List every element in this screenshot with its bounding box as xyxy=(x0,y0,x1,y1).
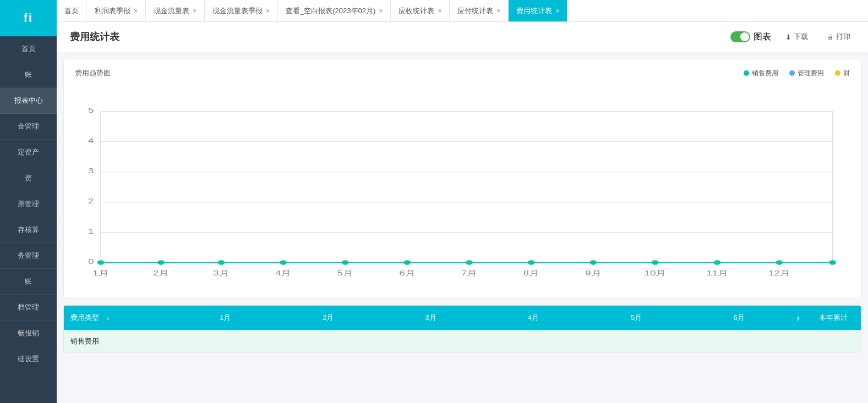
print-icon: 🖨 xyxy=(827,33,834,41)
svg-point-19 xyxy=(466,260,473,264)
th-month-3: 3月 xyxy=(379,313,482,323)
close-icon[interactable]: × xyxy=(555,7,559,15)
close-icon[interactable]: × xyxy=(496,7,500,15)
th-nav-prev[interactable]: ‹ xyxy=(107,314,109,322)
th-type: 费用类型 ‹ xyxy=(64,313,174,323)
svg-text:5月: 5月 xyxy=(337,269,353,277)
legend-dot-sales xyxy=(744,70,749,76)
svg-point-20 xyxy=(528,260,535,264)
main-area: 首页 利润表季报 × 现金流量表 × 现金流量表季报 × 查看_空白报表(202… xyxy=(57,0,868,403)
tab-home-label: 首页 xyxy=(64,6,79,16)
sidebar-item-account[interactable]: 账 xyxy=(0,269,57,295)
tab-label: 现金流量表季报 xyxy=(212,6,263,16)
svg-point-24 xyxy=(776,260,783,264)
close-icon[interactable]: × xyxy=(379,7,383,15)
tab-cashflow-quarterly[interactable]: 现金流量表季报 × xyxy=(205,0,278,22)
sidebar-item-finance[interactable]: 金管理 xyxy=(0,114,57,140)
th-nav-next[interactable]: › xyxy=(790,312,806,324)
svg-text:4: 4 xyxy=(88,136,94,144)
svg-text:10月: 10月 xyxy=(645,269,667,277)
print-label: 打印 xyxy=(836,32,850,42)
svg-text:4月: 4月 xyxy=(275,269,291,277)
print-button[interactable]: 🖨 打印 xyxy=(822,30,855,44)
tab-receivable[interactable]: 应收统计表 × xyxy=(391,0,450,22)
svg-text:2: 2 xyxy=(88,197,94,205)
tab-label: 查看_空白报表(2023年02月) xyxy=(286,6,375,16)
tab-expense[interactable]: 费用统计表 × xyxy=(509,0,567,22)
chart-legend: 销售费用 管理费用 财 xyxy=(744,69,850,78)
legend-finance: 财 xyxy=(835,69,850,78)
svg-text:1月: 1月 xyxy=(92,269,108,277)
sidebar-item-invoices[interactable]: 票管理 xyxy=(0,191,57,217)
chart-section: 费用趋势图 销售费用 管理费用 财 xyxy=(63,59,861,299)
sidebar-item-ledger[interactable]: 账 xyxy=(0,62,57,88)
svg-point-18 xyxy=(404,260,411,264)
svg-text:11月: 11月 xyxy=(706,269,728,277)
svg-text:0: 0 xyxy=(88,257,94,265)
sidebar-item-reports[interactable]: 报表中心 xyxy=(0,88,57,114)
tab-label: 现金流量表 xyxy=(154,6,189,16)
sidebar-logo: fi xyxy=(0,0,57,36)
chart-toggle-label: 图表 xyxy=(754,31,771,43)
svg-point-22 xyxy=(652,260,659,264)
close-icon[interactable]: × xyxy=(134,7,138,15)
svg-text:7月: 7月 xyxy=(461,269,477,277)
sidebar-item-home[interactable]: 首页 xyxy=(0,36,57,62)
svg-text:1: 1 xyxy=(88,227,94,235)
sidebar-item-affairs[interactable]: 务管理 xyxy=(0,243,57,269)
svg-text:12月: 12月 xyxy=(768,269,790,277)
svg-point-14 xyxy=(157,260,165,264)
tab-cashflow[interactable]: 现金流量表 × xyxy=(146,0,205,22)
svg-rect-12 xyxy=(101,112,833,263)
tab-payable[interactable]: 应付统计表 × xyxy=(450,0,509,22)
svg-text:8月: 8月 xyxy=(523,269,539,277)
expense-table: 费用类型 ‹ 1月 2月 3月 4月 5月 6月 › 本年累计 销售费用 xyxy=(63,305,861,352)
svg-text:6月: 6月 xyxy=(399,269,415,277)
th-month-1: 1月 xyxy=(174,313,277,323)
tab-blank-report[interactable]: 查看_空白报表(2023年02月) × xyxy=(278,0,391,22)
tab-bar: 首页 利润表季报 × 现金流量表 × 现金流量表季报 × 查看_空白报表(202… xyxy=(57,0,868,22)
sidebar-item-inventory[interactable]: 存核算 xyxy=(0,217,57,243)
legend-sales-label: 销售费用 xyxy=(752,69,778,78)
svg-point-15 xyxy=(218,260,225,264)
page-title: 费用统计表 xyxy=(70,30,119,43)
table-header-row: 费用类型 ‹ 1月 2月 3月 4月 5月 6月 › 本年累计 xyxy=(64,306,861,330)
legend-admin-label: 管理费用 xyxy=(798,69,824,78)
sidebar-item-reimbursement[interactable]: 畅报销 xyxy=(0,321,57,346)
tab-label: 应收统计表 xyxy=(398,6,434,16)
th-cumul: 本年累计 xyxy=(806,313,861,323)
close-icon[interactable]: × xyxy=(438,7,441,15)
sidebar-item-assets[interactable]: 定资产 xyxy=(0,140,57,165)
line-chart-svg: 0 1 2 3 4 5 xyxy=(75,84,850,287)
tab-label: 费用统计表 xyxy=(516,6,552,16)
chart-title: 费用趋势图 xyxy=(75,68,111,78)
download-label: 下载 xyxy=(794,32,808,42)
tab-label: 利润表季报 xyxy=(95,6,130,16)
td-type-sales: 销售费用 xyxy=(64,336,174,346)
close-icon[interactable]: × xyxy=(193,7,196,15)
content-area: 费用统计表 图表 ⬇ 下载 🖨 打印 费用趋势图 xyxy=(57,22,868,403)
svg-text:3: 3 xyxy=(88,167,94,174)
close-icon[interactable]: × xyxy=(266,7,270,15)
chart-container: 0 1 2 3 4 5 xyxy=(75,84,850,287)
chart-toggle-wrap: 图表 xyxy=(730,31,771,43)
sidebar-item-resources[interactable]: 资 xyxy=(0,165,57,191)
legend-finance-label: 财 xyxy=(843,69,850,78)
sidebar-item-settings[interactable]: 础设置 xyxy=(0,346,57,372)
sidebar-item-archive[interactable]: 档管理 xyxy=(0,295,57,321)
th-type-label: 费用类型 xyxy=(70,313,99,323)
svg-point-25 xyxy=(829,260,836,264)
table-row-sales: 销售费用 xyxy=(64,330,861,352)
download-button[interactable]: ⬇ 下载 xyxy=(781,30,812,44)
svg-point-21 xyxy=(590,260,597,264)
svg-point-23 xyxy=(714,260,721,264)
tab-home[interactable]: 首页 xyxy=(57,0,87,22)
svg-text:3月: 3月 xyxy=(213,269,229,277)
svg-text:2月: 2月 xyxy=(153,269,169,277)
tab-label: 应付统计表 xyxy=(457,6,493,16)
svg-point-13 xyxy=(97,260,105,264)
tab-profit-quarterly[interactable]: 利润表季报 × xyxy=(87,0,146,22)
page-header: 费用统计表 图表 ⬇ 下载 🖨 打印 xyxy=(57,22,868,52)
svg-point-17 xyxy=(342,260,349,264)
chart-toggle[interactable] xyxy=(730,31,750,42)
